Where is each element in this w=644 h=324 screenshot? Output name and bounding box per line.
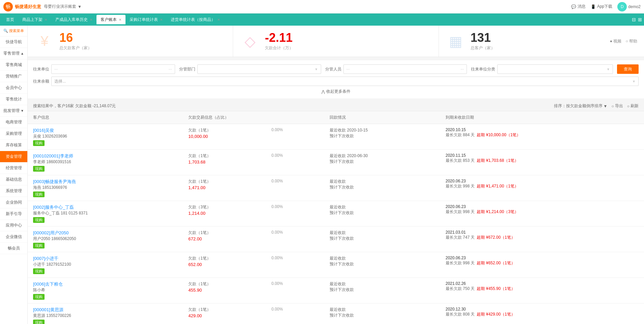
sidebar-item-vip[interactable]: 畅会员	[0, 243, 27, 254]
debt-percentage: 0.00%	[271, 153, 283, 158]
customer-name-link[interactable]: [0016]吴俊	[33, 128, 54, 133]
sidebar-item-operations[interactable]: 经营管理	[0, 163, 27, 174]
last-collection: 最近收款 2020-06-30	[330, 153, 435, 159]
balance-select[interactable]: 选择... ▼	[51, 77, 639, 86]
customer-phone: 小进千 18279152100	[33, 262, 71, 267]
debt-info-cell: 欠款（3笔） 1,214.00	[183, 201, 262, 227]
collapse-label: 收起更多条件	[326, 89, 351, 94]
filter-unit-class: 往来单位分类 ▼	[471, 64, 613, 74]
next-collection: 预计下次收款	[330, 133, 435, 139]
customer-name-link[interactable]: [0006]去下粮仓	[33, 282, 63, 287]
tab-product-listing[interactable]: 商品上下架 ✕	[18, 15, 51, 24]
main-layout: 🔍 搜索菜单 快捷导航 零售管理 ▲ 零售商城 营销推广 会员中心 零售统计	[0, 26, 644, 324]
sidebar-item-system-label: 系统管理	[6, 188, 22, 194]
refresh-button[interactable]: ○ 刷新	[627, 103, 639, 109]
tab-purchase-stats[interactable]: 进货单统计表（按商品） ✕	[167, 15, 224, 24]
customer-name-link[interactable]: [0007]小进千	[33, 256, 58, 261]
sidebar-item-finance[interactable]: 资金管理	[0, 151, 27, 163]
chevron-down-icon: ▼	[607, 67, 610, 71]
overdue-link[interactable]: 超期 ¥1,703.68（1笔）	[477, 158, 518, 164]
tab-purchase-order[interactable]: 采购订单统计表 ✕	[125, 15, 167, 24]
message-button[interactable]: 💬 消息	[571, 4, 586, 9]
tab-minimize-icon[interactable]: ⊟	[632, 17, 636, 22]
customer-phone: 海燕 18513066976	[33, 185, 67, 190]
tab-customer-ledger-close[interactable]: ✕	[119, 18, 121, 22]
sidebar-item-retail-stats[interactable]: 零售统计	[0, 94, 27, 105]
sidebar-item-wechat[interactable]: 企业微信	[0, 231, 27, 243]
overdue-link[interactable]: 超期 ¥455.90（1笔）	[477, 286, 515, 292]
dept-select[interactable]: ▼	[197, 64, 321, 74]
tab-purchase-order-close[interactable]: ✕	[160, 18, 163, 22]
sidebar-item-basic-info[interactable]: 基础信息	[0, 174, 27, 185]
sidebar-item-retail-mgmt[interactable]: 零售管理 ▲	[0, 48, 27, 59]
customer-name-link[interactable]: [000001]黄思源	[33, 307, 63, 312]
debt-percentage: 0.00%	[271, 256, 283, 260]
sort-selector[interactable]: 排序：按欠款金额倒序排序 ▼	[554, 103, 608, 109]
overdue-link[interactable]: 超期 ¥652.00（1笔）	[477, 260, 515, 266]
sidebar-item-guide[interactable]: 新手引导	[0, 208, 27, 220]
tab-purchase-stats-close[interactable]: ✕	[217, 18, 220, 22]
tab-product-history[interactable]: 产成品入库单历史 ✕	[51, 15, 96, 24]
customer-name-link[interactable]: [0001020001]李老师	[33, 153, 73, 158]
sidebar-item-ecommerce[interactable]: 电商管理	[0, 117, 27, 128]
debt-info-cell: 欠款（1笔） 672.00	[183, 227, 262, 252]
customer-phone: 吴俊 13026203696	[33, 134, 67, 139]
sidebar-item-quick-nav[interactable]: 快捷导航	[0, 36, 27, 48]
debt-customers-number: 16	[59, 32, 92, 44]
logo-icon: 畅	[3, 2, 13, 11]
customer-name-link[interactable]: [0002]服务中心_丁磊	[33, 205, 74, 210]
overdue-link[interactable]: 超期 ¥10,000.00（1笔）	[477, 132, 521, 138]
result-actions: 排序：按欠款金额倒序排序 ▼ ○ 导出 ○ 刷新	[554, 103, 639, 109]
search-button[interactable]: 查询	[617, 64, 639, 74]
next-collection: 预计下次收款	[330, 159, 435, 165]
total-customers-label: 总客户（家）	[471, 45, 495, 51]
sidebar-item-members[interactable]: 会员中心	[0, 82, 27, 94]
sidebar-item-marketing[interactable]: 营销推广	[0, 71, 27, 82]
overdue-link[interactable]: 超期 ¥1,471.00（1笔）	[477, 183, 518, 189]
person-input[interactable]: ··· ···	[343, 64, 467, 74]
debt-total-label: 欠款合计（万）	[265, 45, 293, 51]
unit-class-select[interactable]: ▼	[497, 64, 613, 74]
table-row: [0001020001]李老师 李老师 18600391516 现购 欠款（1笔…	[28, 150, 644, 175]
overdue-link[interactable]: 超期 ¥429.00（1笔）	[477, 312, 515, 317]
sidebar-item-enterprise[interactable]: 企业协同	[0, 197, 27, 208]
debt-count: 欠款（1笔）	[188, 179, 256, 184]
sidebar-item-purchase[interactable]: 采购管理	[0, 128, 27, 140]
total-customers-number: 131	[471, 32, 495, 44]
tab-expand-icon[interactable]: ⊞	[638, 17, 642, 22]
sidebar-search[interactable]: 🔍 搜索菜单	[0, 26, 27, 36]
app-download-button[interactable]: 📱 App下载	[591, 4, 612, 9]
overdue-link[interactable]: 超期 ¥1,214.00（3笔）	[477, 209, 518, 215]
sidebar-item-app-center[interactable]: 应用中心	[0, 220, 27, 231]
sidebar-item-system[interactable]: 系统管理	[0, 185, 27, 197]
from-unit-input[interactable]: ··· ···	[51, 64, 175, 74]
customer-name-link[interactable]: [0003]畅捷服务尹海燕	[33, 179, 76, 184]
export-button[interactable]: ○ 导出	[612, 103, 623, 109]
sidebar: 🔍 搜索菜单 快捷导航 零售管理 ▲ 零售商城 营销推广 会员中心 零售统计	[0, 26, 28, 324]
tab-product-listing-close[interactable]: ✕	[45, 18, 47, 22]
help-button[interactable]: ○ 帮助	[625, 38, 637, 44]
tab-customer-ledger[interactable]: 客户账本 ✕	[96, 15, 125, 24]
customer-name-link[interactable]: [000002]用户2050	[33, 230, 69, 235]
filter-row-1: 往来单位 ··· ··· 分管部门 ▼ 分管人员 ···	[33, 64, 639, 74]
customer-tag: 现购	[33, 268, 45, 274]
video-help-button[interactable]: ● 视频	[610, 38, 622, 44]
store-selector[interactable]: 母婴行业演示账套 ▼	[44, 4, 82, 9]
tab-home[interactable]: 首页	[2, 15, 18, 24]
debt-count: 欠款（1笔）	[188, 256, 256, 261]
sidebar-item-retail-mall[interactable]: 零售商城	[0, 59, 27, 71]
collapse-button[interactable]: ⋀ 收起更多条件	[321, 89, 351, 94]
sidebar-item-inventory[interactable]: 库存核算	[0, 140, 27, 151]
customer-phone: 陈小希	[33, 288, 45, 292]
due-date: 2020.11.15	[446, 153, 639, 158]
overdue-days: 最长欠款 884 天	[446, 132, 475, 138]
sidebar-item-finance-label: 资金管理	[6, 154, 22, 159]
tab-product-history-close[interactable]: ✕	[90, 18, 92, 22]
overdue-link[interactable]: 超期 ¥672.00（1笔）	[477, 235, 515, 240]
sidebar-item-wholesale[interactable]: 批发管理 ▼	[0, 105, 27, 117]
collection-cell: 最近收款 2020-06-30 预计下次收款	[324, 150, 440, 175]
due-date-cell: 2021.02.26 最长欠款 750 天 超期 ¥455.90（1笔）	[440, 278, 644, 303]
debt-percentage: 0.00%	[271, 281, 283, 286]
logo-text: 畅捷通好生意	[15, 4, 41, 10]
user-menu[interactable]: D demo2	[617, 2, 641, 11]
